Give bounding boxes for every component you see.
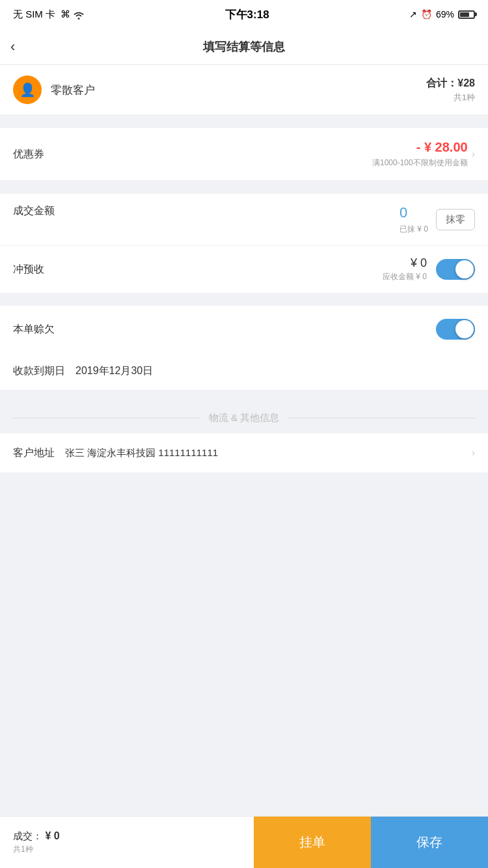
advance-amount: ¥ 0 [383, 256, 427, 270]
status-left: 无 SIM 卡 ⌘ [13, 8, 85, 21]
due-date-row[interactable]: 收款到期日 2019年12月30日 [0, 353, 488, 390]
coupon-amount: - ¥ 28.00 [372, 140, 468, 155]
debt-toggle-thumb [455, 320, 474, 338]
hang-order-label: 挂单 [299, 834, 325, 851]
transaction-amount-row: 成交金额 0 已抹 ¥ 0 抹零 [0, 194, 488, 246]
customer-left: 👤 零散客户 [13, 75, 95, 104]
battery-icon [458, 10, 475, 19]
transaction-amount-value-block: 0 已抹 ¥ 0 [400, 204, 428, 235]
coupon-value: - ¥ 28.00 满1000-100不限制使用金额 [372, 140, 468, 169]
status-time: 下午3:18 [225, 7, 269, 22]
advance-sub: 应收金额 ¥ 0 [383, 271, 427, 282]
content: 👤 零散客户 合计：¥28 共1种 优惠券 - ¥ 28.00 满1000-10… [0, 65, 488, 557]
advance-payment-row: 冲预收 ¥ 0 应收金额 ¥ 0 [0, 246, 488, 293]
advance-amount-block: ¥ 0 应收金额 ¥ 0 [383, 256, 427, 282]
carrier-label: 无 SIM 卡 [13, 8, 55, 21]
coupon-right: - ¥ 28.00 满1000-100不限制使用金额 › [372, 140, 475, 169]
advance-payment-toggle[interactable] [436, 259, 475, 280]
customer-row: 👤 零散客户 合计：¥28 共1种 [0, 65, 488, 115]
save-button[interactable]: 保存 [371, 817, 488, 868]
hang-order-button[interactable]: 挂单 [254, 817, 371, 868]
alarm-icon: ⏰ [421, 9, 432, 20]
customer-right: 合计：¥28 共1种 [426, 77, 475, 103]
bottom-info: 成交： ¥ 0 共1种 [0, 817, 254, 868]
advance-left: 冲预收 [13, 263, 44, 277]
bottom-count: 共1种 [13, 844, 241, 855]
address-content: 张三 海淀永丰科技园 11111111111 [59, 447, 468, 459]
coupon-section: 优惠券 - ¥ 28.00 满1000-100不限制使用金额 › [0, 128, 488, 181]
toggle-thumb [455, 260, 474, 278]
location-icon: ↗ [409, 9, 417, 20]
avatar-icon: 👤 [20, 82, 36, 98]
logistics-header: 物流 & 其他信息 [0, 403, 488, 433]
customer-name: 零散客户 [51, 83, 95, 98]
bottom-transaction-label: 成交： [13, 830, 42, 841]
debt-row: 本单赊欠 [0, 306, 488, 353]
debt-toggle[interactable] [436, 319, 475, 340]
bottom-transaction-row: 成交： ¥ 0 [13, 830, 241, 843]
status-bar: 无 SIM 卡 ⌘ 下午3:18 ↗ ⏰ 69% [0, 0, 488, 29]
bottom-spacer [0, 479, 488, 557]
status-right: ↗ ⏰ 69% [409, 9, 475, 20]
advance-right: ¥ 0 应收金额 ¥ 0 [383, 256, 475, 282]
transaction-amount-label: 成交金额 [13, 205, 55, 216]
advance-payment-label: 冲预收 [13, 264, 44, 275]
transaction-amount-left: 成交金额 [13, 204, 55, 218]
battery-percent: 69% [436, 9, 454, 20]
page-title: 填写结算等信息 [203, 39, 285, 55]
customer-section: 👤 零散客户 合计：¥28 共1种 [0, 65, 488, 115]
address-section: 客户地址 张三 海淀永丰科技园 11111111111 › [0, 433, 488, 472]
total-amount: 合计：¥28 [426, 77, 475, 90]
back-button[interactable]: ‹ [10, 38, 15, 55]
bottom-transaction-amount: ¥ 0 [45, 830, 59, 841]
transaction-amount-right: 0 已抹 ¥ 0 抹零 [400, 204, 475, 235]
coupon-row[interactable]: 优惠券 - ¥ 28.00 满1000-100不限制使用金额 › [0, 128, 488, 181]
save-label: 保存 [416, 834, 442, 851]
transaction-section: 成交金额 0 已抹 ¥ 0 抹零 冲预收 ¥ 0 应收金额 ¥ 0 [0, 194, 488, 293]
count-label: 共1种 [426, 92, 475, 103]
bottom-bar: 成交： ¥ 0 共1种 挂单 保存 [0, 816, 488, 868]
round-zero-button[interactable]: 抹零 [436, 209, 475, 230]
transaction-amount-value[interactable]: 0 [400, 204, 428, 221]
due-date-value: 2019年12月30日 [75, 364, 153, 378]
address-right: › [468, 447, 475, 459]
avatar: 👤 [13, 75, 42, 104]
debt-label: 本单赊欠 [13, 323, 55, 336]
debt-section: 本单赊欠 收款到期日 2019年12月30日 [0, 306, 488, 390]
due-date-label: 收款到期日 [13, 364, 65, 378]
logistics-title: 物流 & 其他信息 [209, 412, 279, 424]
address-label: 客户地址 [13, 446, 59, 460]
coupon-desc: 满1000-100不限制使用金额 [372, 157, 468, 169]
address-row[interactable]: 客户地址 张三 海淀永丰科技园 11111111111 › [0, 433, 488, 472]
nav-bar: ‹ 填写结算等信息 [0, 29, 488, 65]
transaction-amount-sub: 已抹 ¥ 0 [400, 224, 428, 235]
wifi-icon: ⌘ [61, 8, 85, 20]
address-chevron-icon: › [472, 447, 475, 459]
coupon-label: 优惠券 [13, 148, 65, 161]
coupon-chevron-icon: › [472, 148, 475, 160]
